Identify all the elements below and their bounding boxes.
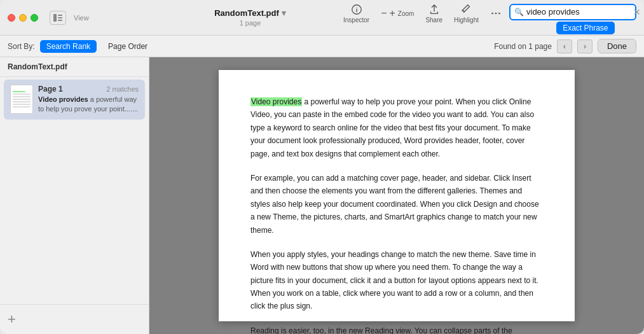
doc-page: Video provides a powerful way to help yo… — [219, 70, 575, 321]
sidebar-item-info: Page 1 2 matches Video provides a powerf… — [38, 85, 139, 115]
inspector-button[interactable]: i Inspector — [343, 4, 369, 24]
svg-point-8 — [498, 13, 500, 15]
search-label-row: Search Exact Phrase — [563, 20, 583, 32]
svg-rect-0 — [53, 14, 57, 22]
titlebar-right: i Inspector − + Zoom Share — [343, 4, 636, 32]
titlebar-left: View — [8, 11, 157, 25]
zoom-controls: − + Zoom — [381, 8, 414, 19]
zoom-out-button[interactable]: − — [381, 8, 387, 19]
paragraph-4: Reading is easier, too, in the new Readi… — [250, 324, 543, 334]
sidebar: RandomText.pdf Page 1 — [0, 57, 149, 334]
svg-point-7 — [495, 13, 497, 15]
sidebar-matches: 2 matches — [106, 85, 139, 93]
sort-label: Sort By: — [8, 42, 35, 51]
found-text: Found on 1 page — [494, 42, 552, 51]
thumb-line-2 — [13, 96, 31, 97]
search-input[interactable] — [526, 7, 633, 17]
doc-pages: 1 page — [240, 19, 261, 27]
search-input-row: 🔍 ✕ — [509, 4, 636, 20]
toolbar-group: i Inspector − + Zoom Share — [343, 4, 502, 24]
doc-title-row: RandomText.pdf ▾ — [214, 8, 286, 18]
minimize-button[interactable] — [19, 14, 27, 22]
sidebar-toggle-icon — [53, 14, 62, 22]
zoom-label: Zoom — [398, 10, 414, 17]
share-icon — [428, 4, 440, 15]
paragraph-2: For example, you can add a matching cove… — [250, 172, 543, 237]
thumbnail-lines — [13, 90, 31, 109]
sidebar-header: RandomText.pdf — [0, 57, 149, 77]
thumb-line-4 — [13, 101, 31, 102]
inspector-icon: i — [351, 4, 362, 15]
share-button[interactable]: Share — [425, 4, 442, 24]
doc-filename: RandomText.pdf — [214, 8, 279, 18]
thumb-line-highlight — [13, 91, 25, 92]
sidebar-item-page1[interactable]: Page 1 2 matches Video provides a powerf… — [4, 80, 145, 120]
toolbar2-right: Found on 1 page ‹ › Done — [494, 39, 636, 53]
paragraph-3: When you apply styles, your headings cha… — [250, 248, 543, 313]
highlight-icon — [461, 4, 472, 15]
main-content: RandomText.pdf Page 1 — [0, 57, 644, 334]
share-label: Share — [425, 17, 442, 24]
sidebar-thumbnail — [10, 85, 33, 114]
more-icon — [490, 8, 502, 19]
inspector-label: Inspector — [343, 17, 369, 24]
sidebar-snippet: Video provides a powerful way to help yo… — [38, 95, 139, 115]
page-order-button[interactable]: Page Order — [102, 40, 154, 53]
chevron-icon[interactable]: ▾ — [282, 8, 286, 18]
exact-phrase-badge[interactable]: Exact Phrase — [556, 22, 614, 34]
titlebar: View RandomText.pdf ▾ 1 page i Inspector — [0, 0, 644, 36]
snippet-bold: Video provides — [38, 95, 88, 103]
traffic-lights — [8, 14, 38, 22]
close-button[interactable] — [8, 14, 15, 22]
sidebar-footer: + — [0, 304, 149, 334]
prev-result-button[interactable]: ‹ — [557, 39, 572, 53]
more-button[interactable] — [490, 8, 502, 19]
window: View RandomText.pdf ▾ 1 page i Inspector — [0, 0, 644, 334]
svg-point-6 — [491, 13, 493, 15]
highlight-label: Highlight — [454, 17, 479, 24]
sidebar-toggle-button[interactable] — [50, 11, 66, 25]
view-label[interactable]: View — [74, 14, 89, 22]
sidebar-page-row: Page 1 2 matches — [38, 85, 139, 94]
done-button[interactable]: Done — [598, 39, 636, 53]
paragraph-1: Video provides a powerful way to help yo… — [250, 95, 543, 160]
next-result-button[interactable]: › — [577, 39, 593, 53]
highlight-button[interactable]: Highlight — [454, 4, 479, 24]
sidebar-page-name: Page 1 — [38, 85, 63, 94]
search-icon: 🔍 — [514, 8, 524, 17]
svg-rect-1 — [58, 15, 62, 16]
maximize-button[interactable] — [31, 14, 38, 22]
svg-text:i: i — [355, 6, 357, 13]
search-rank-button[interactable]: Search Rank — [40, 40, 97, 53]
highlight-video-provides-1: Video provides — [250, 97, 302, 106]
zoom-in-button[interactable]: + — [389, 8, 395, 19]
add-button[interactable]: + — [8, 311, 16, 327]
svg-rect-2 — [58, 17, 62, 18]
titlebar-center: RandomText.pdf ▾ 1 page — [157, 8, 343, 27]
search-clear-button[interactable]: ✕ — [633, 8, 641, 17]
thumb-line-6 — [13, 106, 31, 108]
search-section: 🔍 ✕ Search Exact Phrase — [509, 4, 636, 32]
search-input-wrapper: 🔍 ✕ — [509, 4, 636, 20]
thumb-line-1 — [13, 94, 31, 95]
svg-rect-3 — [58, 20, 62, 21]
thumb-line-5 — [13, 104, 31, 105]
thumb-line-3 — [13, 99, 31, 100]
toolbar2: Sort By: Search Rank Page Order Found on… — [0, 36, 644, 57]
document-view[interactable]: Video provides a powerful way to help yo… — [149, 57, 644, 334]
